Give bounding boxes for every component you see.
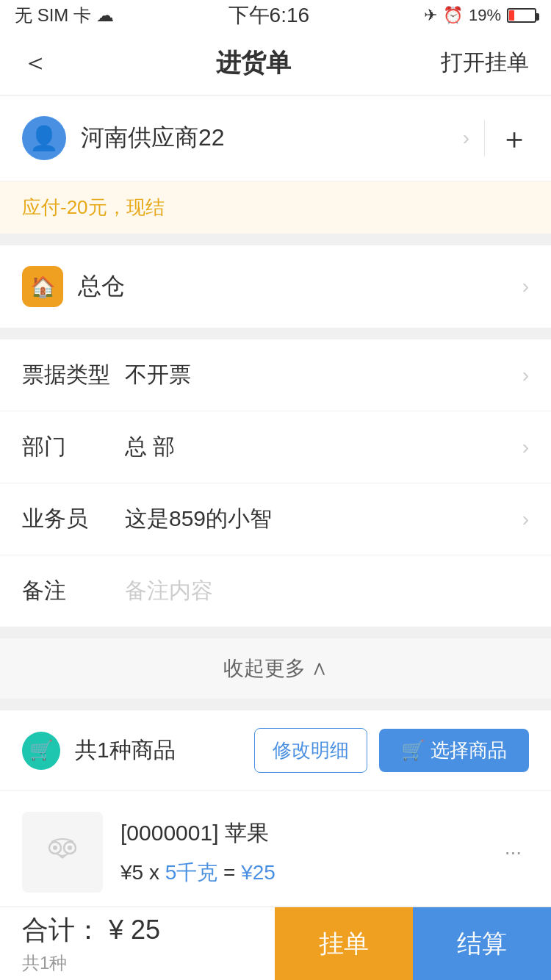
ticket-type-value: 不开票 [125,360,522,390]
battery-icon [507,8,536,23]
chevron-right-icon: › [463,126,469,150]
department-chevron-icon: › [522,436,529,459]
warehouse-section: 🏠 总仓 › [0,245,551,328]
warehouse-row[interactable]: 🏠 总仓 › [0,245,551,328]
add-button[interactable]: ＋ [500,118,529,159]
warehouse-icon: 🏠 [30,275,56,299]
product-count-label: 共1种商品 [75,735,254,765]
status-bar: 无 SIM 卡 ☁ 下午6:16 ✈ ⏰ 19% [0,0,551,31]
salesperson-chevron-icon: › [522,508,529,531]
svg-point-2 [53,846,57,850]
back-button[interactable]: ＜ [22,45,66,81]
product-info: [0000001] 苹果 ¥5 x 5千克 = ¥25 [120,818,497,887]
remark-input[interactable]: 备注内容 [125,576,529,606]
page-title: 进货单 [216,46,291,80]
total-label: 合计： [22,915,101,945]
svg-point-3 [68,846,72,850]
warehouse-chevron-icon: › [522,275,529,298]
price-total: ¥25 [241,861,276,884]
supplier-name: 河南供应商22 [81,122,463,154]
checkout-button[interactable]: 结算 [413,907,551,981]
supplier-avatar: 👤 [22,116,66,160]
hang-order-button[interactable]: 挂单 [275,907,413,981]
department-label: 部门 [22,432,125,462]
price-quantity: 5千克 [165,861,218,884]
ticket-type-row[interactable]: 票据类型 不开票 › [0,339,551,411]
owl-logo-icon [40,827,84,878]
avatar-icon: 👤 [29,124,59,152]
nav-bar: ＜ 进货单 打开挂单 [0,31,551,96]
location-icon: ✈ [424,6,437,25]
ticket-chevron-icon: › [522,364,529,387]
total-value: ¥ 25 [109,915,160,945]
remark-row[interactable]: 备注 备注内容 [0,555,551,627]
salesperson-row[interactable]: 业务员 这是859的小智 › [0,483,551,555]
more-options-button[interactable]: ··· [497,833,529,871]
open-pending-button[interactable]: 打开挂单 [441,48,529,78]
bottom-bar: 合计： ¥ 25 共1种 挂单 结算 [0,907,551,980]
select-product-label: 选择商品 [431,738,507,763]
select-product-icon: 🛒 [401,739,425,762]
supplier-row[interactable]: 👤 河南供应商22 › ＋ [0,96,551,181]
status-left: 无 SIM 卡 ☁ [15,4,114,27]
product-name: [0000001] 苹果 [120,818,497,849]
product-count-icon: 🛒 [22,732,60,770]
total-amount: 合计： ¥ 25 [22,912,253,948]
vertical-divider [484,120,485,156]
product-price: ¥5 x 5千克 = ¥25 [120,859,497,887]
warehouse-icon-wrap: 🏠 [22,266,63,307]
alarm-icon: ⏰ [443,6,463,25]
ticket-type-label: 票据类型 [22,360,125,390]
form-section: 票据类型 不开票 › 部门 总 部 › 业务员 这是859的小智 › 备注 备注… [0,339,551,627]
product-header: 🛒 共1种商品 修改明细 🛒 选择商品 [0,710,551,791]
product-section: 🛒 共1种商品 修改明细 🛒 选择商品 [0,710,551,913]
price-base: ¥5 [120,861,143,884]
product-item: [0000001] 苹果 ¥5 x 5千克 = ¥25 ··· [0,791,551,913]
collapse-button[interactable]: 收起更多 ∧ [0,638,551,699]
status-right: ✈ ⏰ 19% [424,6,536,25]
total-count: 共1种 [22,951,253,975]
department-value: 总 部 [125,432,522,462]
price-separator: x [149,861,165,884]
battery-percent: 19% [469,6,501,25]
salesperson-label: 业务员 [22,504,125,534]
select-product-button[interactable]: 🛒 选择商品 [379,729,529,772]
product-thumbnail [22,812,103,893]
remark-label: 备注 [22,576,125,606]
edit-detail-button[interactable]: 修改明细 [254,728,367,773]
warehouse-name: 总仓 [78,270,522,303]
total-section: 合计： ¥ 25 共1种 [0,912,275,975]
price-equals: = [223,861,241,884]
status-time: 下午6:16 [228,1,310,29]
salesperson-value: 这是859的小智 [125,504,522,534]
sim-status: 无 SIM 卡 ☁ [15,4,114,27]
supplier-section: 👤 河南供应商22 › ＋ 应付-20元，现结 [0,96,551,234]
warning-row: 应付-20元，现结 [0,181,551,234]
cart-icon: 🛒 [29,739,53,762]
department-row[interactable]: 部门 总 部 › [0,411,551,483]
